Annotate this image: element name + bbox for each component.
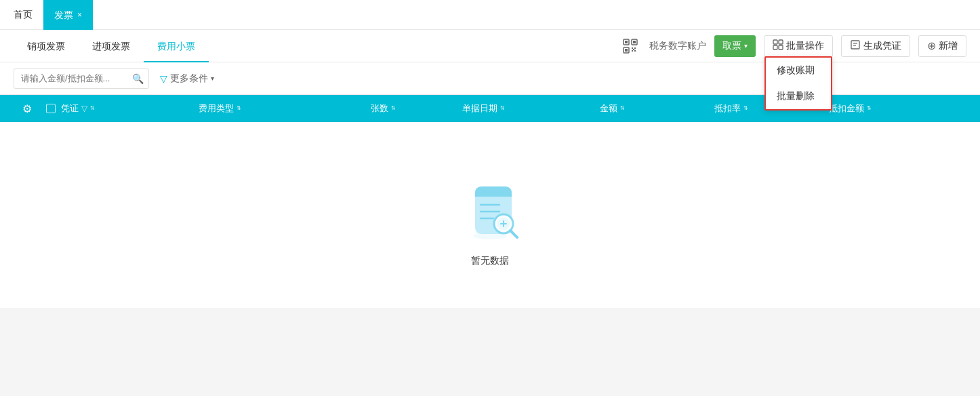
th-count-sort[interactable]: ⇅ [391, 106, 396, 111]
top-nav: 首页 发票 × [0, 0, 980, 30]
search-input[interactable] [14, 68, 149, 89]
batch-op-dropdown: 修改账期 批量删除 [764, 56, 832, 111]
sub-nav: 销项发票 进项发票 费用小票 税务数字账户 取票 ▾ [0, 30, 980, 62]
empty-illustration [456, 176, 524, 244]
th-expense-sort[interactable]: ⇅ [237, 106, 241, 111]
th-gear[interactable]: ⚙ [14, 102, 41, 115]
gear-icon: ⚙ [22, 102, 32, 115]
svg-rect-10 [633, 49, 634, 50]
more-conditions-arrow: ▾ [211, 75, 214, 82]
more-conditions-label: 更多条件 [170, 73, 208, 85]
th-amount[interactable]: 金额 ⇅ [600, 102, 714, 115]
table-container: ⚙ 凭证 ▽ ⇅ 费用类型 ⇅ 张数 ⇅ 单据日期 ⇅ 金额 ⇅ 抵扣率 ⇅ [0, 95, 980, 308]
filter-icon: ▽ [160, 73, 167, 84]
svg-rect-3 [633, 41, 636, 43]
empty-state: 暂无数据 [0, 122, 980, 308]
tax-account-btn[interactable]: 税务数字账户 [649, 40, 706, 52]
sub-nav-actions: 税务数字账户 取票 ▾ 批量操作 修改账期 批量删除 [619, 35, 966, 57]
th-voucher[interactable]: 凭证 ▽ ⇅ [61, 102, 199, 115]
tab-expense-receipt[interactable]: 费用小票 [144, 30, 209, 62]
batch-delete-item[interactable]: 批量删除 [766, 83, 831, 109]
add-button[interactable]: ⊕ 新增 [918, 35, 966, 57]
take-ticket-label: 取票 [722, 40, 741, 52]
th-amount-label: 金额 [600, 102, 617, 115]
invoice-tab-label: 发票 [54, 0, 73, 30]
more-conditions-btn[interactable]: ▽ 更多条件 ▾ [160, 73, 214, 85]
header-checkbox[interactable] [46, 104, 56, 113]
search-wrap: 🔍 [14, 68, 149, 89]
tab-purchase-invoice[interactable]: 进项发票 [79, 30, 144, 62]
th-date[interactable]: 单据日期 ⇅ [462, 102, 600, 115]
batch-op-icon [773, 39, 783, 53]
take-ticket-arrow: ▾ [744, 42, 748, 50]
th-deduct-rate-sort[interactable]: ⇅ [743, 106, 748, 111]
generate-voucher-label: 生成凭证 [863, 40, 901, 52]
th-deduct-rate-label: 抵扣率 [714, 102, 741, 115]
th-deduct-amount-label: 抵扣金额 [829, 102, 864, 115]
th-voucher-label: 凭证 [61, 102, 79, 115]
svg-rect-14 [779, 45, 783, 50]
th-amount-sort[interactable]: ⇅ [620, 106, 625, 111]
th-check[interactable] [41, 104, 61, 113]
svg-rect-13 [773, 45, 777, 50]
th-date-label: 单据日期 [462, 102, 497, 115]
empty-text: 暂无数据 [471, 255, 509, 267]
sub-nav-tabs: 销项发票 进项发票 费用小票 [14, 30, 209, 62]
filter-bar: 🔍 ▽ 更多条件 ▾ [0, 62, 980, 95]
add-label: 新增 [939, 40, 958, 52]
generate-voucher-button[interactable]: 生成凭证 [841, 35, 910, 57]
invoice-tab-close[interactable]: × [77, 0, 82, 30]
add-icon: ⊕ [927, 39, 936, 52]
batch-op-button[interactable]: 批量操作 修改账期 批量删除 [764, 35, 833, 57]
svg-rect-8 [632, 50, 633, 52]
svg-rect-15 [851, 41, 859, 49]
table-header: ⚙ 凭证 ▽ ⇅ 费用类型 ⇅ 张数 ⇅ 单据日期 ⇅ 金额 ⇅ 抵扣率 ⇅ [0, 95, 980, 122]
qr-icon[interactable] [619, 35, 641, 57]
svg-rect-11 [773, 40, 777, 44]
svg-rect-6 [632, 47, 633, 49]
svg-rect-7 [634, 47, 636, 49]
th-date-sort[interactable]: ⇅ [500, 106, 505, 111]
modify-period-item[interactable]: 修改账期 [766, 58, 831, 83]
th-voucher-filter-icon: ▽ [81, 104, 87, 113]
th-deduct-amount[interactable]: 抵扣金额 ⇅ [829, 102, 966, 115]
th-count-label: 张数 [371, 102, 388, 115]
invoice-tab[interactable]: 发票 × [43, 0, 93, 30]
th-expense[interactable]: 费用类型 ⇅ [199, 102, 371, 115]
generate-voucher-icon [850, 39, 861, 52]
tab-sales-invoice[interactable]: 销项发票 [14, 30, 79, 62]
home-tab[interactable]: 首页 [14, 9, 43, 21]
th-expense-label: 费用类型 [199, 102, 234, 115]
svg-rect-1 [625, 41, 628, 43]
take-ticket-button[interactable]: 取票 ▾ [714, 35, 756, 57]
th-count[interactable]: 张数 ⇅ [371, 102, 462, 115]
svg-rect-12 [779, 40, 783, 44]
batch-op-label: 批量操作 [786, 40, 824, 52]
svg-rect-9 [634, 50, 636, 52]
search-icon: 🔍 [132, 73, 144, 84]
th-deduct-amount-sort[interactable]: ⇅ [867, 106, 872, 111]
svg-rect-5 [625, 49, 628, 52]
th-voucher-sort[interactable]: ⇅ [90, 106, 95, 111]
svg-line-24 [510, 231, 517, 237]
